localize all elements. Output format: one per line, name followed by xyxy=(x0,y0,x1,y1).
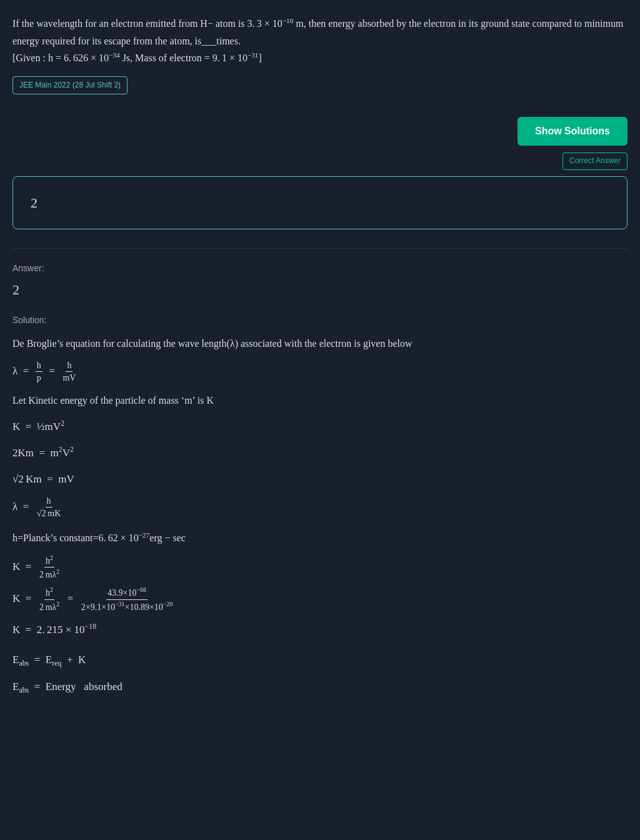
answer-label: Answer: xyxy=(12,261,628,275)
solution-intro: De Broglie’s equation for calculating th… xyxy=(12,335,628,353)
answer-box-value: 2 xyxy=(31,192,38,214)
tag-badge: JEE Main 2022 (28 Jul Shift 2) xyxy=(12,76,128,94)
equation-e1: Eabs = Ereq + K xyxy=(12,649,628,671)
solution-section: Solution: De Broglie’s equation for calc… xyxy=(12,313,628,698)
question-container: If the wavelength for an electron emitte… xyxy=(12,15,628,229)
equation-3: 2Km = m2V2 xyxy=(12,442,628,464)
equation-e2: Eabs = Energy absorbed xyxy=(12,676,628,698)
answer-box: 2 xyxy=(12,176,628,229)
equation-1: λ = h p = h mV xyxy=(12,359,628,384)
equation-k3: K = 2. 215 × 10−18 xyxy=(12,619,628,641)
show-solutions-button[interactable]: Show Solutions xyxy=(518,117,628,146)
question-text: If the wavelength for an electron emitte… xyxy=(12,15,628,66)
planck-constant-note: h=Planck’s constant=6. 62 × 10−27erg − s… xyxy=(12,529,628,548)
solution-label: Solution: xyxy=(12,313,628,327)
kinetic-energy-intro: Let Kinetic energy of the particle of ma… xyxy=(12,392,628,410)
equation-4: √2 Km = mV xyxy=(12,469,628,490)
correct-answer-badge: Correct Answer xyxy=(12,152,628,169)
equation-k1: K = h2 2 mλ2 xyxy=(12,554,628,581)
equation-5: λ = h √2 mK xyxy=(12,495,628,520)
equation-k2: K = h2 2 mλ2 = 43.9×10−68 2×9.1×10−31×10… xyxy=(12,586,628,613)
equation-2: K = ½mV2 xyxy=(12,416,628,438)
answer-section: Answer: 2 xyxy=(12,261,628,301)
answer-value: 2 xyxy=(12,279,628,301)
